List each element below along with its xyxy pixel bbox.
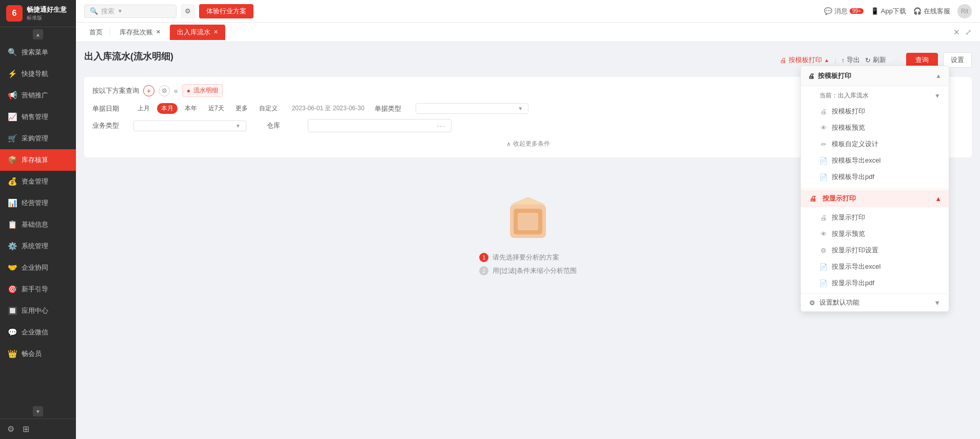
filter-settings-button[interactable]: ⚙ <box>159 85 170 96</box>
logo-text: 畅捷通好生意 标准版 <box>27 6 67 21</box>
date-opt-custom[interactable]: 自定义 <box>255 103 282 114</box>
sidebar-item-basic[interactable]: 📋 基础信息 <box>0 214 76 235</box>
settings-button[interactable]: ⚙ <box>181 4 195 18</box>
megaphone-icon: 📢 <box>7 90 17 101</box>
clipboard-icon: 📋 <box>7 220 17 230</box>
voucher-type-select[interactable]: ▼ <box>416 103 528 114</box>
dp-display-export-pdf[interactable]: 📄 按显示导出pdf <box>801 275 949 291</box>
close-window-icon[interactable]: ✕ <box>953 28 960 37</box>
date-opt-7days[interactable]: 近7天 <box>204 103 228 114</box>
dropdown-collapse-icon[interactable]: ▲ <box>935 72 942 79</box>
dp-display-preview[interactable]: 👁 按显示预览 <box>801 226 949 242</box>
tab-inventory-batch[interactable]: 库存批次账 ✕ <box>112 25 168 40</box>
dp-template-export-excel[interactable]: 📄 按模板导出excel <box>801 152 949 169</box>
date-opt-this-month[interactable]: 本月 <box>157 103 178 114</box>
sidebar-item-finance[interactable]: 💰 资金管理 <box>0 171 76 192</box>
dp-template-print[interactable]: 🖨 按模板打印 <box>801 103 949 119</box>
date-opt-this-year[interactable]: 本年 <box>181 103 201 114</box>
template-print-button[interactable]: 🖨 按模板打印 ▲ <box>780 55 829 65</box>
dp-item-label: 按模板导出excel <box>832 156 880 165</box>
export-button[interactable]: ↑ 导出 <box>841 55 860 65</box>
step-2-text: 用[过滤]条件来缩小分析范围 <box>493 264 576 277</box>
online-service-link[interactable]: 🎧 在线客服 <box>913 7 950 16</box>
dropdown-footer[interactable]: ⚙ 设置默认功能 ▼ <box>801 293 949 311</box>
fold-icon[interactable]: ⊞ <box>23 424 29 434</box>
cart-icon: 🛒 <box>7 133 17 144</box>
dp-display-section-header[interactable]: 🖨 按显示打印 ▲ <box>801 190 949 207</box>
date-opt-last-month[interactable]: 上月 <box>133 103 154 114</box>
dp-display-export-excel[interactable]: 📄 按显示导出excel <box>801 258 949 275</box>
dp-display-print-settings[interactable]: ⚙ 按显示打印设置 <box>801 242 949 258</box>
sidebar-item-label: 营销推广 <box>22 91 48 100</box>
dp-template-section: 当前：出入库流水 ▼ 🖨 按模板打印 👁 按模板预览 ✏ 模板自定义设计 📄 按… <box>801 86 949 187</box>
filter-collapse-icon[interactable]: « <box>174 87 178 95</box>
sidebar-item-collab[interactable]: 🤝 企业协同 <box>0 257 76 278</box>
industry-solution-button[interactable]: 体验行业方案 <box>199 4 253 18</box>
apps-icon: 🔲 <box>7 306 17 316</box>
dp-template-custom[interactable]: ✏ 模板自定义设计 <box>801 136 949 152</box>
settings-icon[interactable]: ⚙ <box>7 424 14 434</box>
collapse-button[interactable]: ∧ 收起更多条件 <box>506 139 550 148</box>
maximize-window-icon[interactable]: ⤢ <box>965 28 972 37</box>
tab-close-icon[interactable]: ✕ <box>213 29 218 35</box>
print-icon3: 🖨 <box>819 108 828 115</box>
filter-add-button[interactable]: + <box>143 85 154 96</box>
filter-chip[interactable]: ● 流水明细 <box>182 84 223 97</box>
sidebar-item-marketing[interactable]: 📢 营销推广 <box>0 85 76 106</box>
date-opt-more[interactable]: 更多 <box>231 103 252 114</box>
sidebar-item-system[interactable]: ⚙️ 系统管理 <box>0 235 76 257</box>
sidebar-item-sales[interactable]: 📈 销售管理 <box>0 106 76 128</box>
app-name: 畅捷通好生意 <box>27 6 67 14</box>
print-icon5: 🖨 <box>819 214 828 222</box>
query-button[interactable]: 查询 <box>906 53 938 67</box>
tab-home[interactable]: 首页 <box>84 25 108 40</box>
sidebar-scroll-top[interactable]: ▲ <box>0 27 76 42</box>
dp-template-preview[interactable]: 👁 按模板预览 <box>801 119 949 136</box>
topbar-right: 💬 消息 99+ 📱 App下载 🎧 在线客服 Rit <box>824 4 972 18</box>
refresh-button[interactable]: ↻ 刷新 <box>865 55 886 65</box>
sidebar-item-quicknav[interactable]: ⚡ 快捷导航 <box>0 63 76 85</box>
svg-marker-3 <box>510 197 546 205</box>
scroll-down-btn[interactable]: ▼ <box>33 406 43 416</box>
sidebar-item-wechat[interactable]: 💬 企业微信 <box>0 322 76 343</box>
toolbar-separator: | <box>834 56 836 64</box>
tab-inventory-flow[interactable]: 出入库流水 ✕ <box>170 25 225 40</box>
warehouse-input[interactable]: ··· <box>308 119 452 132</box>
sidebar-item-label: 经营管理 <box>22 198 48 208</box>
search-icon: 🔍 <box>90 7 98 15</box>
sidebar-item-purchase[interactable]: 🛒 采购管理 <box>0 128 76 149</box>
dp-display-print[interactable]: 🖨 按显示打印 <box>801 209 949 226</box>
app-download-link[interactable]: 📱 App下载 <box>871 7 906 16</box>
scroll-up-btn[interactable]: ▲ <box>33 29 43 39</box>
more-dots-icon[interactable]: ··· <box>437 122 446 130</box>
sidebar-item-operations[interactable]: 📊 经营管理 <box>0 192 76 214</box>
search-bar[interactable]: 🔍 搜索 ▼ <box>84 5 177 18</box>
chip-label: 流水明细 <box>193 86 218 95</box>
pdf-icon: 📄 <box>819 173 828 181</box>
sidebar-item-search[interactable]: 🔍 搜索菜单 <box>0 42 76 63</box>
message-area[interactable]: 💬 消息 99+ <box>824 7 864 16</box>
sidebar-scroll-bottom[interactable]: ▼ <box>0 404 76 418</box>
date-options: 上月 本月 本年 近7天 更多 自定义 <box>133 103 282 114</box>
sidebar-item-apps[interactable]: 🔲 应用中心 <box>0 300 76 322</box>
chip-dot-icon: ● <box>187 87 190 94</box>
dp-display-section: 🖨 按显示打印 👁 按显示预览 ⚙ 按显示打印设置 📄 按显示导出excel 📄… <box>801 207 949 293</box>
tab-close-icon[interactable]: ✕ <box>156 29 161 35</box>
sidebar-item-inventory[interactable]: 📦 库存核算 <box>0 149 76 171</box>
preview-icon: 👁 <box>819 124 828 132</box>
chart-icon: 📈 <box>7 112 17 122</box>
sidebar-item-guide[interactable]: 🎯 新手引导 <box>0 278 76 300</box>
excel-icon: 📄 <box>819 157 828 165</box>
dropdown-title-text: 按模板打印 <box>818 71 851 81</box>
sidebar-item-member[interactable]: 👑 畅会员 <box>0 343 76 365</box>
print-icon2: 🖨 <box>808 72 815 80</box>
sidebar-item-label: 销售管理 <box>22 112 48 122</box>
settings-icon2: ⚙ <box>819 247 828 254</box>
app-download-label: App下载 <box>881 7 906 16</box>
dp-item-label: 按显示导出pdf <box>832 278 874 288</box>
user-avatar[interactable]: Rit <box>957 4 972 18</box>
sidebar-footer: ⚙ ⊞ <box>0 418 76 439</box>
dp-template-export-pdf[interactable]: 📄 按模板导出pdf <box>801 169 949 185</box>
biz-type-select[interactable]: ▼ <box>133 121 246 131</box>
logo-icon: 6 <box>6 5 23 22</box>
